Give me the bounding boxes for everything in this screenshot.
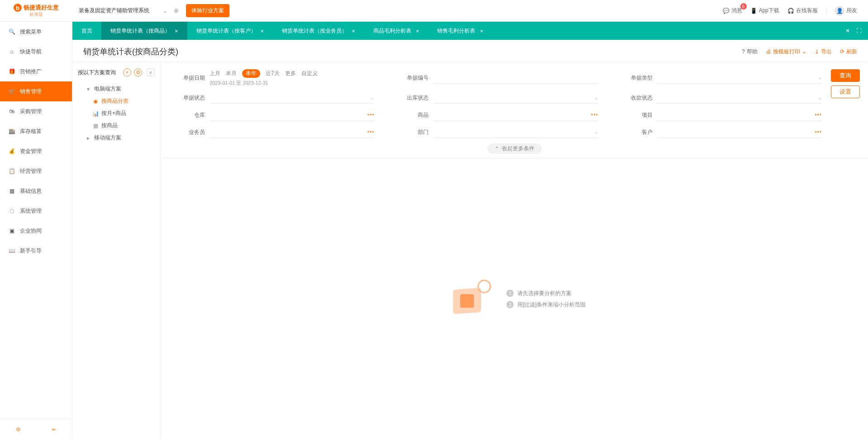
sidebar-item-basic[interactable]: ▦基础信息 [0, 181, 72, 201]
close-icon[interactable]: × [261, 28, 264, 34]
warehouse-icon: 🏬 [8, 128, 15, 134]
sidebar-item-guide[interactable]: 📖新手引导 [0, 241, 72, 261]
collapse-panel-icon[interactable]: « [147, 68, 155, 76]
user-menu[interactable]: 👤 用友 [835, 6, 857, 16]
system-selector[interactable]: 装备及固定资产辅助管理系统 ⌄ [72, 7, 174, 14]
sidebar-item-search[interactable]: 🔍搜索菜单 [0, 22, 72, 42]
out-status-select[interactable]: ⌄ [433, 92, 598, 104]
gear-icon[interactable]: ⚙ [174, 8, 179, 14]
dept-select[interactable]: ⌄ [433, 126, 598, 138]
date-opt-custom[interactable]: 自定义 [301, 70, 318, 77]
tree-leaf-product[interactable]: ▦按商品 [75, 119, 157, 132]
headset-icon: 🎧 [787, 8, 794, 14]
salesman-picker[interactable]: ••• [210, 126, 374, 138]
topbar: b畅捷通好生意 标准版 装备及固定资产辅助管理系统 ⌄ ⚙ 体验行业方案 💬 消… [0, 0, 868, 22]
filter-doc-type: 单据类型⌄ [612, 69, 822, 86]
setting-button[interactable]: 设置 [831, 86, 860, 98]
close-icon[interactable]: × [352, 28, 355, 34]
empty-step-2: 2用[过滤]条件来缩小分析范围 [506, 301, 586, 309]
filter-dept: 部门⌄ [388, 126, 598, 138]
add-scheme-icon[interactable]: + [123, 68, 131, 76]
product-picker[interactable]: ••• [433, 109, 598, 121]
filter-customer: 客户••• [612, 126, 822, 138]
caret-down-icon: ▾ [85, 86, 91, 92]
sidebar-item-quicknav[interactable]: ⌂快捷导航 [0, 42, 72, 62]
chevron-down-icon: ⌄ [370, 95, 374, 100]
warehouse-picker[interactable]: ••• [210, 109, 374, 121]
empty-step-1: 1请先选择要分析的方案 [506, 290, 586, 297]
chart-icon: 📊 [92, 110, 99, 117]
tab-home[interactable]: 首页 [72, 22, 101, 40]
date-opt-thismonth[interactable]: 本月 [226, 70, 237, 77]
tree-node-mobile[interactable]: ▸移动端方案 [75, 132, 157, 144]
print-button[interactable]: 🖨按模板打印 ⌄ [766, 48, 806, 56]
filter-doc-status: 单据状态⌄ [164, 92, 374, 104]
date-opt-7days[interactable]: 近7天 [266, 70, 280, 77]
filter-doc-no: 单据编号 [388, 69, 598, 86]
book-icon: 📖 [8, 248, 15, 254]
filter-pay-status: 收款状态⌄ [612, 92, 822, 104]
doc-no-input[interactable] [433, 72, 598, 84]
logo: b畅捷通好生意 标准版 [0, 1, 72, 20]
search-button[interactable]: 查询 [831, 69, 860, 82]
date-opt-thisyear[interactable]: 本年 [242, 69, 260, 78]
sidebar-footer: ⚙ ⇤ [0, 419, 72, 439]
money-icon: 💰 [8, 148, 15, 154]
chevron-down-icon: ⌄ [802, 48, 806, 55]
download-label: App下载 [759, 7, 779, 14]
page-title: 销货单统计表(按商品分类) [83, 46, 178, 57]
tab-report-product[interactable]: 销货单统计表（按商品）× [101, 22, 187, 40]
tree-node-desktop[interactable]: ▾电脑端方案 [75, 83, 157, 95]
sidebar-item-system[interactable]: ◌系统管理 [0, 201, 72, 221]
export-button[interactable]: ⤓导出 [815, 48, 832, 56]
collapse-filters-button[interactable]: ⌃收起更多条件 [487, 143, 542, 154]
pay-status-select[interactable]: ⌄ [657, 92, 822, 104]
date-opt-lastmonth[interactable]: 上月 [210, 70, 220, 77]
sidebar-item-sales[interactable]: 🛒销售管理 [0, 81, 72, 101]
sidebar-item-inventory[interactable]: 🏬库存核算 [0, 121, 72, 141]
trial-button[interactable]: 体验行业方案 [186, 4, 229, 17]
collapse-sidebar-icon[interactable]: ⇤ [52, 426, 57, 433]
app-download-button[interactable]: 📱 App下载 [750, 7, 779, 14]
empty-state: 1请先选择要分析的方案 2用[过滤]条件来缩小分析范围 [161, 158, 868, 439]
scheme-title: 按以下方案查询 [78, 69, 120, 76]
close-all-icon[interactable]: ✕ [845, 28, 850, 34]
customer-picker[interactable]: ••• [657, 126, 822, 138]
sidebar-item-marketing[interactable]: 🎁营销推广 [0, 62, 72, 81]
tree-leaf-product-category[interactable]: ◉按商品分类 [75, 95, 157, 107]
fullscreen-icon[interactable]: ⛶ [856, 28, 862, 34]
help-button[interactable]: ?帮助 [742, 48, 758, 56]
doc-status-select[interactable]: ⌄ [210, 92, 374, 104]
sidebar-item-funds[interactable]: 💰资金管理 [0, 141, 72, 161]
sidebar-item-operation[interactable]: 📋经营管理 [0, 161, 72, 181]
scheme-panel: 按以下方案查询 + ⚙ « ▾电脑端方案 ◉按商品分类 📊按月+商品 ▦按商品 … [72, 62, 161, 439]
sidebar-item-purchase[interactable]: 🛍采购管理 [0, 101, 72, 121]
service-button[interactable]: 🎧 在线客服 [787, 7, 818, 14]
tree-leaf-month-product[interactable]: 📊按月+商品 [75, 107, 157, 119]
tab-report-customer[interactable]: 销货单统计表（按客户）× [187, 22, 273, 40]
chevron-down-icon: ⌄ [818, 95, 822, 100]
refresh-button[interactable]: ⟳刷新 [840, 48, 857, 56]
close-icon[interactable]: × [480, 28, 483, 34]
sidebar: 🔍搜索菜单 ⌂快捷导航 🎁营销推广 🛒销售管理 🛍采购管理 🏬库存核算 💰资金管… [0, 22, 72, 439]
clipboard-icon: 📋 [8, 168, 15, 174]
more-icon: ••• [367, 129, 375, 135]
refresh-icon: ⟳ [840, 48, 844, 55]
close-icon[interactable]: × [416, 28, 420, 34]
search-icon: 🔍 [8, 29, 15, 35]
date-opt-more[interactable]: 更多 [285, 70, 296, 77]
settings-icon[interactable]: ⚙ [16, 426, 21, 433]
tab-report-salesman[interactable]: 销货单统计表（按业务员）× [273, 22, 364, 40]
scheme-settings-icon[interactable]: ⚙ [134, 68, 142, 76]
doc-type-select[interactable]: ⌄ [657, 72, 822, 84]
print-icon: 🖨 [766, 48, 771, 55]
sidebar-item-collab[interactable]: ▣企业协同 [0, 221, 72, 241]
home-icon: ⌂ [8, 48, 15, 55]
chevron-down-icon: ⌄ [163, 8, 167, 14]
tab-profit-product[interactable]: 商品毛利分析表× [364, 22, 429, 40]
messages-button[interactable]: 💬 消息 6 [723, 7, 742, 14]
close-icon[interactable]: × [175, 28, 178, 34]
logo-icon: b [14, 4, 22, 12]
tab-profit-sales[interactable]: 销售毛利分析表× [428, 22, 492, 40]
project-picker[interactable]: ••• [657, 109, 822, 121]
